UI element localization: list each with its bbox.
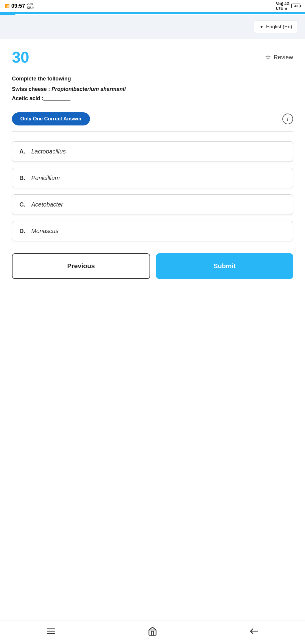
option-a-label: A.: [19, 148, 31, 155]
answer-type-badge: Only One Correct Answer: [12, 112, 90, 125]
question-number: 30: [12, 48, 29, 66]
language-header: ▼ English(En): [0, 15, 305, 39]
review-button[interactable]: ☆ Review: [265, 53, 293, 61]
language-label: English(En): [266, 24, 292, 30]
info-icon[interactable]: i: [282, 114, 293, 124]
home-icon: [148, 626, 157, 636]
review-label: Review: [273, 54, 293, 61]
option-b-text: Penicillium: [31, 175, 60, 181]
option-c[interactable]: C. Acetobacter: [12, 194, 293, 215]
answer-type-row: Only One Correct Answer i: [12, 112, 293, 125]
question-blank: Acetic acid :_________: [12, 95, 293, 102]
nav-back-icon[interactable]: [249, 626, 259, 636]
question-instruction: Complete the following: [12, 76, 293, 82]
network-label: Vo)) 4GLTE ▲: [276, 1, 290, 10]
star-icon: ☆: [265, 53, 271, 61]
option-a[interactable]: A. Lactobacillus: [12, 141, 293, 162]
hamburger-icon: [46, 626, 56, 636]
nav-bar: [0, 620, 305, 644]
status-speed: 2.30KB/s: [27, 2, 34, 10]
svg-rect-3: [149, 630, 156, 635]
info-label: i: [287, 116, 288, 122]
battery-icon: 30: [291, 4, 300, 8]
language-selector[interactable]: ▼ English(En): [254, 21, 298, 33]
question-text: Complete the following Swiss cheese : Pr…: [12, 76, 293, 102]
options-list: A. Lactobacillus B. Penicillium C. Aceto…: [12, 141, 293, 241]
status-right: Vo)) 4GLTE ▲ 30: [276, 1, 300, 10]
status-left: 📶 09:57 2.30KB/s: [5, 2, 34, 10]
divider: [12, 131, 293, 132]
previous-button[interactable]: Previous: [12, 253, 150, 279]
signal-icon: 📶: [5, 4, 10, 8]
option-d[interactable]: D. Monascus: [12, 221, 293, 241]
option-b[interactable]: B. Penicillium: [12, 168, 293, 188]
nav-home-icon[interactable]: [148, 626, 157, 636]
option-b-label: B.: [19, 175, 31, 181]
main-content: 30 ☆ Review Complete the following Swiss…: [0, 39, 305, 330]
option-d-text: Monascus: [31, 228, 58, 235]
option-d-label: D.: [19, 228, 31, 235]
option-c-label: C.: [19, 201, 31, 208]
bottom-buttons: Previous Submit: [12, 253, 293, 279]
question-header: 30 ☆ Review: [12, 48, 293, 66]
nav-menu-icon[interactable]: [46, 626, 56, 636]
back-icon: [249, 626, 259, 636]
question-body: Swiss cheese : Propionibacterium sharman…: [12, 86, 293, 92]
option-c-text: Acetobacter: [31, 201, 63, 208]
question-body-prefix: Swiss cheese :: [12, 86, 52, 92]
question-body-italic: Propionibacterium sharmanii: [52, 86, 126, 92]
progress-area: [0, 12, 305, 15]
status-time: 09:57: [11, 3, 25, 9]
progress-bar: [15, 14, 305, 15]
chevron-down-icon: ▼: [259, 24, 264, 29]
option-a-text: Lactobacillus: [31, 148, 66, 155]
submit-button[interactable]: Submit: [156, 253, 293, 279]
status-bar: 📶 09:57 2.30KB/s Vo)) 4GLTE ▲ 30: [0, 0, 305, 12]
